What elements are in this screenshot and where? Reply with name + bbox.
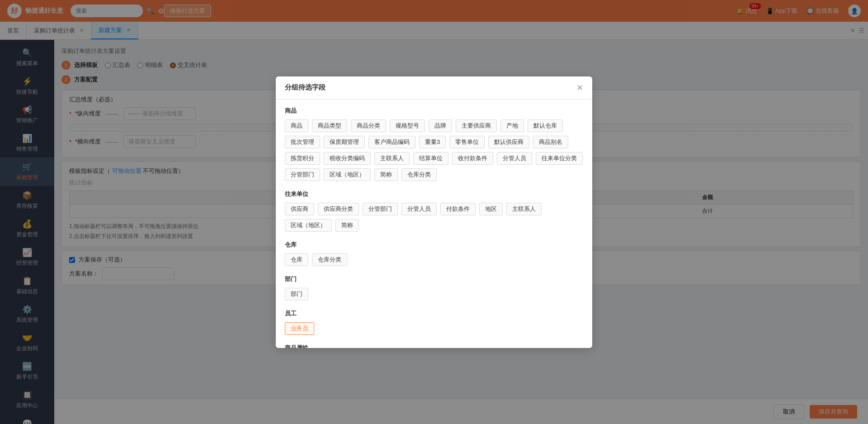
field-chip-0-15[interactable]: 拣货积分 xyxy=(285,152,320,165)
field-chip-0-13[interactable]: 默认供应商 xyxy=(488,136,529,148)
field-chip-0-8[interactable]: 批次管理 xyxy=(285,136,320,148)
field-chip-0-14[interactable]: 商品别名 xyxy=(533,136,568,148)
field-chip-0-1[interactable]: 商品类型 xyxy=(312,119,347,132)
modal-overlay[interactable]: 分组待选字段 ✕ 商品商品商品类型商品分类规格型号品牌主要供应商产地默认仓库批次… xyxy=(0,0,868,424)
field-chip-0-4[interactable]: 品牌 xyxy=(429,119,452,132)
field-chip-0-23[interactable]: 区域（地区） xyxy=(324,168,371,181)
section-title-2: 仓库 xyxy=(285,241,583,249)
field-chip-1-2[interactable]: 分管部门 xyxy=(363,203,398,215)
field-chip-0-18[interactable]: 结算单位 xyxy=(413,152,448,165)
modal-section-5: 商品属性属性颜色多规格尺码鞋码1 xyxy=(285,344,583,348)
modal-section-4: 员工业务员 xyxy=(285,310,583,335)
field-chip-2-1[interactable]: 仓库分类 xyxy=(312,253,347,266)
field-chip-1-4[interactable]: 付款条件 xyxy=(440,203,476,215)
field-chip-0-21[interactable]: 往来单位分类 xyxy=(536,152,583,165)
field-chip-0-5[interactable]: 主要供应商 xyxy=(456,119,497,132)
field-chip-0-22[interactable]: 分管部门 xyxy=(285,168,320,181)
modal-close-button[interactable]: ✕ xyxy=(576,83,583,93)
field-chip-0-9[interactable]: 保质期管理 xyxy=(324,136,365,148)
field-grid-0: 商品商品类型商品分类规格型号品牌主要供应商产地默认仓库批次管理保质期管理客户商品… xyxy=(285,119,583,181)
field-chip-4-0[interactable]: 业务员 xyxy=(285,322,314,335)
field-chip-0-16[interactable]: 税收分类编码 xyxy=(324,152,371,165)
field-chip-0-6[interactable]: 产地 xyxy=(500,119,524,132)
field-chip-0-25[interactable]: 仓库分类 xyxy=(401,168,437,181)
modal-section-2: 仓库仓库仓库分类 xyxy=(285,241,583,266)
field-chip-0-10[interactable]: 客户商品编码 xyxy=(368,136,415,148)
field-chip-1-6[interactable]: 主联系人 xyxy=(506,203,542,215)
section-title-1: 往来单位 xyxy=(285,190,583,198)
modal-header: 分组待选字段 ✕ xyxy=(276,76,592,100)
field-chip-0-17[interactable]: 主联系人 xyxy=(374,152,410,165)
section-title-3: 部门 xyxy=(285,275,583,283)
field-chip-0-20[interactable]: 分管人员 xyxy=(497,152,532,165)
field-chip-1-0[interactable]: 供应商 xyxy=(285,203,314,215)
field-chip-3-0[interactable]: 部门 xyxy=(285,288,308,300)
field-chip-0-3[interactable]: 规格型号 xyxy=(390,119,425,132)
field-chip-0-7[interactable]: 默认仓库 xyxy=(528,119,563,132)
field-chip-1-5[interactable]: 地区 xyxy=(479,203,503,215)
field-chip-1-7[interactable]: 区域（地区） xyxy=(285,219,332,232)
section-title-0: 商品 xyxy=(285,107,583,115)
field-chip-0-24[interactable]: 简称 xyxy=(374,168,398,181)
modal-dialog: 分组待选字段 ✕ 商品商品商品类型商品分类规格型号品牌主要供应商产地默认仓库批次… xyxy=(276,76,592,348)
modal-section-3: 部门部门 xyxy=(285,275,583,300)
modal-body: 商品商品商品类型商品分类规格型号品牌主要供应商产地默认仓库批次管理保质期管理客户… xyxy=(276,100,592,348)
field-grid-2: 仓库仓库分类 xyxy=(285,253,583,266)
field-chip-0-12[interactable]: 零售单位 xyxy=(449,136,485,148)
field-grid-3: 部门 xyxy=(285,288,583,300)
field-chip-1-1[interactable]: 供应商分类 xyxy=(318,203,359,215)
field-chip-0-11[interactable]: 重量3 xyxy=(419,136,446,148)
field-chip-0-19[interactable]: 收付款条件 xyxy=(452,152,493,165)
field-chip-0-2[interactable]: 商品分类 xyxy=(351,119,386,132)
section-title-4: 员工 xyxy=(285,310,583,318)
modal-title: 分组待选字段 xyxy=(285,83,326,92)
field-chip-1-3[interactable]: 分管人员 xyxy=(401,203,437,215)
field-chip-2-0[interactable]: 仓库 xyxy=(285,253,308,266)
field-chip-1-8[interactable]: 简称 xyxy=(335,219,359,232)
field-grid-4: 业务员 xyxy=(285,322,583,335)
field-chip-0-0[interactable]: 商品 xyxy=(285,119,308,132)
modal-section-0: 商品商品商品类型商品分类规格型号品牌主要供应商产地默认仓库批次管理保质期管理客户… xyxy=(285,107,583,181)
section-title-5: 商品属性 xyxy=(285,344,583,348)
field-grid-1: 供应商供应商分类分管部门分管人员付款条件地区主联系人区域（地区）简称 xyxy=(285,203,583,232)
modal-section-1: 往来单位供应商供应商分类分管部门分管人员付款条件地区主联系人区域（地区）简称 xyxy=(285,190,583,232)
